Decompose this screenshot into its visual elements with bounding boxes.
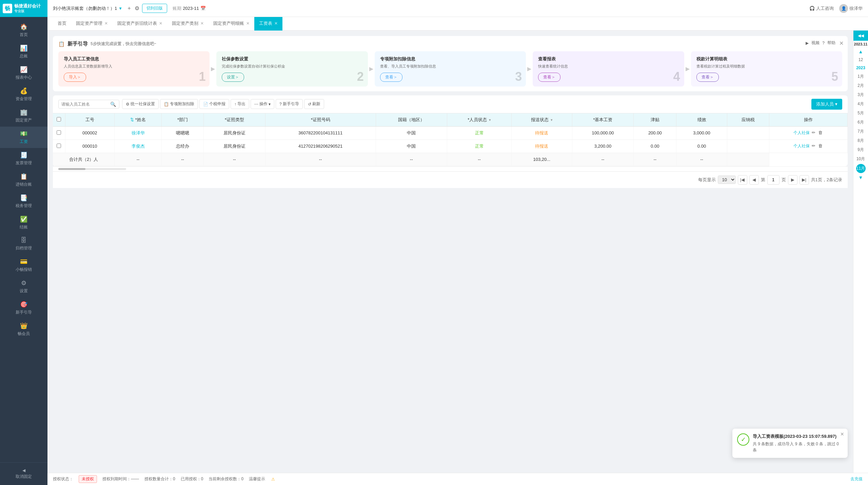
tab-asset-category[interactable]: 固定资产类别 ✕ bbox=[167, 17, 209, 31]
cal-month-6[interactable]: 6月 bbox=[853, 118, 868, 127]
row1-name-link[interactable]: 徐泽华 bbox=[132, 130, 145, 135]
page-prev-btn[interactable]: ◀ bbox=[749, 175, 759, 185]
wizard-step-5-btn[interactable]: 查看＞ bbox=[696, 73, 719, 82]
row1-status: 正常 bbox=[447, 126, 512, 139]
support-btn[interactable]: 🎧 人工咨询 bbox=[809, 5, 834, 12]
tab-asset-category-close-icon[interactable]: ✕ bbox=[200, 21, 204, 26]
cal-month-2[interactable]: 2月 bbox=[853, 81, 868, 90]
new-guide-btn[interactable]: ? 新手引导 bbox=[276, 99, 303, 109]
page-input[interactable] bbox=[767, 175, 780, 185]
user-menu[interactable]: 👤 徐泽华 bbox=[839, 4, 863, 13]
tab-payroll-close-icon[interactable]: ✕ bbox=[274, 21, 278, 26]
cal-month-9[interactable]: 9月 bbox=[853, 145, 868, 154]
tab-depreciation-close-icon[interactable]: ✕ bbox=[159, 21, 162, 26]
sidebar-item-finance[interactable]: 💰 资金管理 bbox=[0, 84, 47, 105]
row1-select-checkbox[interactable] bbox=[57, 130, 61, 135]
sidebar-item-guide[interactable]: 🎯 新手引导 bbox=[0, 297, 47, 319]
panel-toggle-btn[interactable]: ◀◀ bbox=[853, 31, 868, 41]
row2-select-checkbox[interactable] bbox=[57, 144, 61, 148]
sidebar-item-trade[interactable]: 📋 进销台账 bbox=[0, 169, 47, 191]
cal-month-12[interactable]: 12 bbox=[853, 56, 868, 64]
sidebar-item-member[interactable]: 👑 畅会员 bbox=[0, 319, 47, 340]
select-all-checkbox[interactable] bbox=[57, 117, 61, 122]
add-tab-icon[interactable]: ＋ bbox=[126, 5, 132, 12]
page-last-btn[interactable]: ▶| bbox=[800, 175, 809, 185]
wizard-step-1-btn[interactable]: 导入＞ bbox=[64, 73, 86, 82]
page-next-btn[interactable]: ▶ bbox=[788, 175, 797, 185]
wizard-step-3-btn[interactable]: 查看＞ bbox=[380, 73, 402, 82]
recharge-btn[interactable]: 去充值 bbox=[850, 476, 863, 482]
wizard-step-2-btn[interactable]: 设置＞ bbox=[222, 73, 244, 82]
wizard-step-4-btn[interactable]: 查看＞ bbox=[538, 73, 560, 82]
account-selector[interactable]: 刘小艳演示账套（勿删勿动！）1 ▼ bbox=[53, 5, 122, 12]
row2-nationality: 中国 bbox=[376, 139, 447, 153]
tab-asset-detail[interactable]: 固定资产明细账 ✕ bbox=[209, 17, 254, 31]
period-selector[interactable]: 账期 2023-11 📅 bbox=[173, 5, 206, 12]
row2-edit-icon[interactable]: ✏ bbox=[812, 143, 815, 148]
per-page-select[interactable]: 10 20 50 bbox=[718, 175, 736, 184]
scroll-bar[interactable] bbox=[58, 168, 126, 170]
more-ops-btn[interactable]: ⋯ 操作 ▾ bbox=[251, 99, 274, 109]
topbar-right: 🎧 人工咨询 👤 徐泽华 bbox=[809, 4, 863, 13]
video-btn[interactable]: 视频 bbox=[811, 40, 820, 46]
special-deduct-icon: 📋 bbox=[164, 102, 169, 107]
sidebar-item-reports[interactable]: 📈 报表中心 bbox=[0, 62, 47, 84]
toast-close-btn[interactable]: ✕ bbox=[840, 431, 844, 437]
sidebar-item-ledger[interactable]: 📊 总账 bbox=[0, 41, 47, 62]
total-pages: 共1页，2条记录 bbox=[811, 177, 842, 183]
cal-month-4[interactable]: 4月 bbox=[853, 99, 868, 109]
cal-year-2023[interactable]: 2023 bbox=[853, 64, 868, 72]
search-icon[interactable]: 🔍 bbox=[110, 101, 116, 107]
sidebar-item-archive[interactable]: 🗄 归档管理 bbox=[0, 234, 47, 255]
row2-name-link[interactable]: 李俊杰 bbox=[132, 144, 145, 149]
row2-delete-icon[interactable]: 🗑 bbox=[818, 143, 823, 148]
add-person-btn[interactable]: 添加人员 ▾ bbox=[811, 99, 842, 110]
special-deduct-btn[interactable]: 📋 专项附加扣除 bbox=[160, 99, 198, 109]
row1-edit-icon[interactable]: ✏ bbox=[812, 130, 815, 135]
sidebar-item-invoice[interactable]: 🧾 发票管理 bbox=[0, 148, 47, 169]
status-filter-icon[interactable]: ▾ bbox=[489, 118, 491, 122]
tab-assets[interactable]: 固定资产管理 ✕ bbox=[71, 17, 113, 31]
social-insurance-btn[interactable]: ⚙ 统一社保设置 bbox=[122, 99, 159, 109]
sidebar-item-home[interactable]: 🏠 首页 bbox=[0, 20, 47, 41]
tab-home[interactable]: 首页 bbox=[53, 17, 71, 31]
cal-month-3[interactable]: 3月 bbox=[853, 90, 868, 99]
settings-gear-icon[interactable]: ⚙ bbox=[135, 5, 139, 12]
switch-version-btn[interactable]: 切到旧版 bbox=[142, 4, 167, 13]
search-input[interactable] bbox=[61, 102, 109, 107]
refresh-btn[interactable]: ↺ 刷新 bbox=[304, 99, 324, 109]
tab-assets-close-icon[interactable]: ✕ bbox=[104, 21, 108, 26]
cal-month-8[interactable]: 8月 bbox=[853, 136, 868, 145]
wizard-close-btn[interactable]: ✕ bbox=[839, 40, 844, 46]
sidebar-item-close[interactable]: ✅ 结账 bbox=[0, 212, 47, 234]
cal-month-10[interactable]: 10月 bbox=[853, 154, 868, 164]
wizard-arrow-4: ▶ bbox=[684, 51, 691, 87]
cal-month-5[interactable]: 5月 bbox=[853, 109, 868, 118]
sidebar-item-payroll[interactable]: 💵 工资 bbox=[0, 127, 47, 148]
cal-month-1[interactable]: 1月 bbox=[853, 72, 868, 81]
assets-icon: 🏢 bbox=[20, 109, 27, 116]
scroll-thumb bbox=[58, 168, 85, 170]
sidebar-bottom: ◀ 取消固定 bbox=[0, 462, 47, 485]
sidebar-item-tax[interactable]: 📑 税务管理 bbox=[0, 191, 47, 212]
wizard-title: 📋 新手引导 5步快速完成设置，快去完善信息吧~ bbox=[58, 41, 842, 47]
cal-month-7[interactable]: 7月 bbox=[853, 127, 868, 136]
tab-depreciation[interactable]: 固定资产折旧统计表 ✕ bbox=[113, 17, 167, 31]
cancel-fix-btn[interactable]: ◀ 取消固定 bbox=[1, 465, 46, 482]
calendar-down-btn[interactable]: ▼ bbox=[857, 173, 865, 182]
sidebar-item-settings[interactable]: ⚙ 设置 bbox=[0, 276, 47, 297]
row1-op-link[interactable]: 个人社保 bbox=[793, 130, 810, 135]
report-filter-icon[interactable]: ▾ bbox=[551, 118, 553, 122]
row2-op-link[interactable]: 个人社保 bbox=[793, 144, 810, 148]
sidebar-item-assets[interactable]: 🏢 固定资产 bbox=[0, 105, 47, 127]
export-btn[interactable]: ↑ 导出 bbox=[231, 99, 249, 109]
tab-payroll[interactable]: 工资表 ✕ bbox=[254, 17, 282, 31]
tax-report-btn[interactable]: 📄 个税申报 bbox=[199, 99, 229, 109]
calendar-up-btn[interactable]: ▲ bbox=[857, 48, 865, 56]
sidebar-item-expense[interactable]: 💳 小畅报销 bbox=[0, 255, 47, 276]
row1-delete-icon[interactable]: 🗑 bbox=[818, 130, 823, 135]
page-first-btn[interactable]: |◀ bbox=[738, 175, 747, 185]
help-btn[interactable]: 帮助 bbox=[827, 40, 835, 46]
cal-month-11[interactable]: 11月 bbox=[856, 164, 866, 173]
tab-asset-detail-close-icon[interactable]: ✕ bbox=[246, 21, 250, 26]
